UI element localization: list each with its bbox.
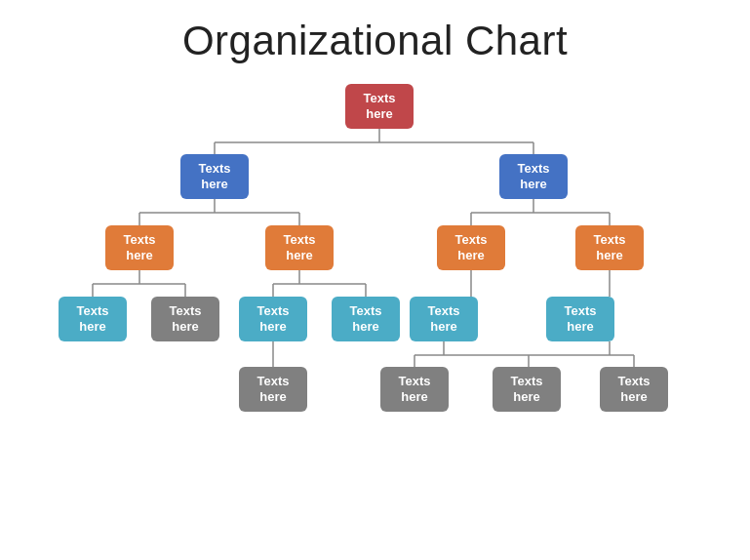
org-chart: Textshere Textshere Textshere Textshere …: [0, 74, 750, 560]
node-l1a: Textshere: [180, 154, 249, 199]
node-l2d: Textshere: [575, 225, 644, 270]
node-l4b: Textshere: [380, 367, 449, 412]
node-l4a: Textshere: [239, 367, 307, 412]
node-l2a: Textshere: [105, 225, 174, 270]
node-l2c: Textshere: [437, 225, 505, 270]
node-l1b: Textshere: [499, 154, 568, 199]
node-l3e: Textshere: [410, 297, 478, 341]
page-title: Organizational Chart: [182, 18, 568, 64]
node-root: Textshere: [345, 84, 414, 129]
node-l4d: Textshere: [600, 367, 668, 412]
node-l3a: Textshere: [59, 297, 127, 341]
node-l4c: Textshere: [493, 367, 561, 412]
node-l3c: Textshere: [239, 297, 307, 341]
node-l3d: Textshere: [332, 297, 400, 341]
node-l3b: Textshere: [151, 297, 219, 341]
node-l3f: Textshere: [546, 297, 614, 341]
node-l2b: Textshere: [265, 225, 334, 270]
